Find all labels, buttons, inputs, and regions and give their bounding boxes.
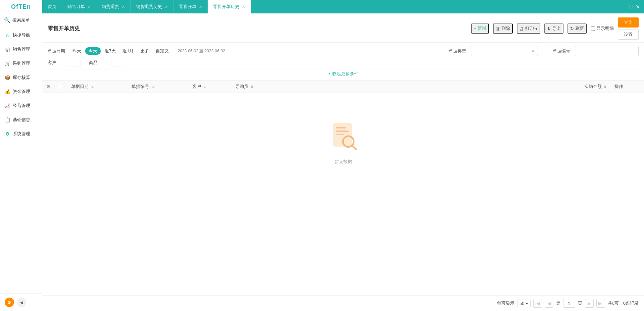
doc-no-sort-icon[interactable]: ⇅ <box>151 85 154 89</box>
actual-amount-col-header: 实销金额 ⇅ <box>550 81 610 93</box>
customer-sort-icon[interactable]: ⇅ <box>203 85 206 89</box>
pagination-bar: 每页显示 50 ▾ |◀ ◀ 第 1 页 ▶ ▶| 共0页，0条记录 <box>42 295 644 311</box>
select-all-checkbox[interactable] <box>59 84 63 88</box>
date-options: 昨天今天近7天近1月更多自定义 <box>70 47 171 55</box>
tab-bar-right: — □ ✕ <box>617 0 644 13</box>
page-number-input[interactable]: 1 <box>563 299 575 308</box>
tab-sales-order[interactable]: 销售订单✕ <box>62 0 96 13</box>
tab-sales-return[interactable]: 销货退货✕ <box>96 0 131 13</box>
last-page-btn[interactable]: ▶| <box>596 299 605 308</box>
first-page-btn[interactable]: |◀ <box>533 299 542 308</box>
tab-close-retail-open-history-icon[interactable]: ✕ <box>242 5 245 9</box>
amount-sort-icon[interactable]: ⇅ <box>604 85 606 89</box>
page-size-label: 每页显示 <box>497 300 514 306</box>
tab-sales-order-label: 销售订单 <box>67 4 85 10</box>
tab-sales-return-history[interactable]: 销货退货历史✕ <box>131 0 174 13</box>
date-filter-label: 单据日期 <box>48 48 66 54</box>
sidebar-search-label: 搜索采单 <box>12 17 30 23</box>
customer-label: 客户 <box>48 60 66 66</box>
purchase-mgmt-label: 采购管理 <box>13 60 30 66</box>
empty-icon <box>327 120 360 153</box>
maximize-icon[interactable]: □ <box>630 4 633 10</box>
page-size-select[interactable]: 50 ▾ <box>517 300 530 307</box>
sidebar-bottom: ⚙ ◀ <box>0 293 42 311</box>
svg-rect-3 <box>336 134 344 135</box>
tabs-container: 首页销售订单✕销货退货✕销货退货历史✕零售开单✕零售开单历史✕ <box>42 0 251 13</box>
tab-close-retail-open-icon[interactable]: ✕ <box>199 5 202 9</box>
prev-page-btn[interactable]: ◀ <box>545 299 553 308</box>
filter-row-customer: 客户 ··· 商品 ··· <box>48 59 639 66</box>
quick-nav-label: 快捷导航 <box>13 32 30 38</box>
refresh-icon: ↻ <box>570 26 574 31</box>
content-area: 零售开单历史 + 新增 🗑 删除 🖨 打印 ▾ ⬇ 导出 ↻ <box>42 13 644 311</box>
column-config-icon[interactable]: ⚙ <box>46 84 51 89</box>
minimize-icon[interactable]: — <box>622 4 627 10</box>
doc-date-sort-icon[interactable]: ⇅ <box>91 85 94 89</box>
svg-line-6 <box>352 145 356 149</box>
doc-no-input[interactable] <box>575 46 639 56</box>
export-button[interactable]: ⬇ 导出 <box>544 23 563 34</box>
goods-select-btn[interactable]: ··· <box>111 59 122 66</box>
doc-type-arrow-icon: ▾ <box>532 49 534 54</box>
doc-type-label: 单据类型 <box>449 48 467 54</box>
tab-close-sales-order-icon[interactable]: ✕ <box>88 5 91 9</box>
settings-button[interactable]: ⚙ <box>5 298 14 307</box>
sidebar-item-sales-mgmt[interactable]: 📊 销售管理 <box>0 42 42 56</box>
sidebar-item-system[interactable]: ⚙ 系统管理 <box>0 127 42 141</box>
tab-close-sales-return-history-icon[interactable]: ✕ <box>165 5 168 9</box>
collapse-filter-btn[interactable]: ∧ 收起更多条件 <box>48 69 639 78</box>
query-button[interactable]: 查询 <box>618 17 639 28</box>
tab-retail-open-history[interactable]: 零售开单历史✕ <box>208 0 251 13</box>
show-detail-checkbox[interactable] <box>591 27 595 31</box>
tab-sales-return-history-label: 销货退货历史 <box>136 4 162 10</box>
date-opt-1[interactable]: 今天 <box>85 47 101 55</box>
basic-info-icon: 📋 <box>5 117 10 122</box>
sidebar-item-finance[interactable]: 💰 资金管理 <box>0 85 42 99</box>
sidebar-item-basic-info[interactable]: 📋 基础信息 <box>0 113 42 127</box>
delete-button[interactable]: 🗑 删除 <box>493 23 513 34</box>
close-window-icon[interactable]: ✕ <box>636 4 640 10</box>
date-opt-5[interactable]: 自定义 <box>153 47 171 55</box>
svg-rect-2 <box>336 131 349 132</box>
main-area: 首页销售订单✕销货退货✕销货退货历史✕零售开单✕零售开单历史✕ — □ ✕ 零售… <box>42 0 644 311</box>
sidebar-nav: ⌂ 快捷导航 📊 销售管理 🛒 采购管理 📦 库存核算 💰 资金管理 📈 经营管… <box>0 28 42 141</box>
sidebar-item-inventory[interactable]: 📦 库存核算 <box>0 70 42 85</box>
add-button[interactable]: + 新增 <box>471 23 489 34</box>
collapse-sidebar-button[interactable]: ◀ <box>17 298 26 307</box>
goods-label: 商品 <box>89 60 107 66</box>
inventory-label: 库存核算 <box>13 74 30 81</box>
finance-label: 资金管理 <box>13 89 30 95</box>
empty-text: 暂无数据 <box>335 159 352 165</box>
sidebar-item-quick-nav[interactable]: ⌂ 快捷导航 <box>0 28 42 42</box>
operation-col-header: 操作 <box>610 81 644 93</box>
sidebar-item-purchase-mgmt[interactable]: 🛒 采购管理 <box>0 56 42 70</box>
settings-btn[interactable]: 设置 <box>618 30 639 40</box>
sidebar-search[interactable]: 🔍 搜索采单 <box>0 12 42 28</box>
doc-type-select[interactable]: ▾ <box>471 46 538 56</box>
date-opt-2[interactable]: 近7天 <box>102 47 118 55</box>
svg-point-5 <box>345 138 352 145</box>
date-opt-0[interactable]: 昨天 <box>70 47 84 55</box>
chevron-up-icon: ∧ <box>328 72 331 76</box>
customer-select-btn[interactable]: ··· <box>70 59 81 66</box>
next-page-btn[interactable]: ▶ <box>585 299 594 308</box>
page-size-arrow-icon: ▾ <box>526 301 528 306</box>
sidebar-item-operations[interactable]: 📈 经营管理 <box>0 99 42 113</box>
data-table: ⚙ 单据日期 ⇅ 单据编号 ⇅ <box>42 81 644 93</box>
show-detail-label: 显示明细 <box>591 25 614 32</box>
refresh-button[interactable]: ↻ 刷新 <box>567 23 587 34</box>
total-info: 共0页，0条记录 <box>608 300 639 306</box>
tab-retail-open-history-label: 零售开单历史 <box>213 4 239 10</box>
tab-home[interactable]: 首页 <box>42 0 62 13</box>
page-suffix-label: 页 <box>578 300 582 306</box>
date-opt-3[interactable]: 近1月 <box>120 47 136 55</box>
filter-area: 单据日期 昨天今天近7天近1月更多自定义 2023-06-02 至 2023-0… <box>42 43 644 81</box>
date-opt-4[interactable]: 更多 <box>138 47 152 55</box>
guide-sort-icon[interactable]: ⇅ <box>251 85 253 89</box>
table-wrap: ⚙ 单据日期 ⇅ 单据编号 ⇅ <box>42 81 644 295</box>
basic-info-label: 基础信息 <box>13 117 30 123</box>
tab-close-sales-return-icon[interactable]: ✕ <box>122 5 125 9</box>
print-button[interactable]: 🖨 打印 ▾ <box>517 23 540 34</box>
checkbox-col-header <box>55 81 67 93</box>
tab-retail-open[interactable]: 零售开单✕ <box>174 0 208 13</box>
